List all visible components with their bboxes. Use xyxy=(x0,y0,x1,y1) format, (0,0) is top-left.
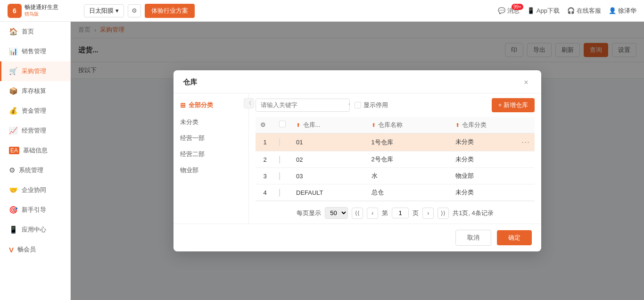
row-code: DEFAULT xyxy=(291,184,367,201)
table-toolbar: 🔍 显示停用 + 新增仓库 xyxy=(256,98,535,112)
show-disabled-checkbox[interactable] xyxy=(355,102,361,108)
sidebar-item-app-center[interactable]: 📱 应用中心 xyxy=(0,220,70,240)
cancel-button[interactable]: 取消 xyxy=(455,230,491,246)
row-checkbox-cell xyxy=(274,133,291,151)
row-code: 01 xyxy=(291,133,367,151)
sort-icon-2: ⬆ xyxy=(372,122,376,128)
guide-icon: 🎯 xyxy=(9,206,18,214)
grid-icon: ⊞ xyxy=(180,101,186,109)
sidebar-item-system[interactable]: ⚙ 系统管理 xyxy=(0,160,70,180)
sidebar-item-basic-info[interactable]: EA 基础信息 xyxy=(0,141,70,160)
last-page-button[interactable]: ⟩⟩ xyxy=(438,208,449,219)
row-code: 03 xyxy=(291,168,367,184)
modal-close-button[interactable]: × xyxy=(520,77,532,88)
enterprise-icon: 🤝 xyxy=(9,186,18,194)
brand-sub: 猎鸟版 xyxy=(25,11,58,17)
table-row[interactable]: 2 02 2号仓库 未分类 xyxy=(256,151,535,168)
table-row[interactable]: 3 03 水 物业部 xyxy=(256,168,535,184)
sidebar-item-membership[interactable]: V 畅会员 xyxy=(0,240,70,259)
category-item-3[interactable]: 物业部 xyxy=(173,162,248,178)
table-row[interactable]: 1 01 1号仓库 未分类 ··· xyxy=(256,133,535,151)
purchase-icon: 🛒 xyxy=(9,67,18,75)
row-checkbox[interactable] xyxy=(279,156,280,164)
table-scroll: ⚙ ⬆ 仓库... xyxy=(256,117,535,201)
user-profile[interactable]: 👤 徐泽华 xyxy=(609,7,636,15)
category-header[interactable]: ⊞ 全部分类 xyxy=(173,98,248,114)
main-layout: 🏠 首页 📊 销售管理 🛒 采购管理 📦 库存核算 💰 资金管理 📈 经营管理 … xyxy=(0,22,644,300)
row-number: 3 xyxy=(256,168,274,184)
modal-footer: 取消 确定 xyxy=(173,224,541,251)
warehouse-modal: 仓库 × ⊞ 全部分类 《 未分类 经营一部 经营二部 xyxy=(173,70,541,252)
row-checkbox[interactable] xyxy=(279,172,280,180)
add-warehouse-button[interactable]: + 新增仓库 xyxy=(492,98,535,112)
settings-icon: ⚙ xyxy=(260,121,266,128)
page-size-select[interactable]: 50 xyxy=(325,207,348,219)
messages-badge: 99+ xyxy=(512,4,523,10)
select-all-checkbox[interactable] xyxy=(279,121,286,127)
row-name: 1号仓库 xyxy=(367,133,451,151)
sort-icon-3: ⬆ xyxy=(455,122,460,128)
th-checkbox xyxy=(274,117,291,133)
sidebar-item-inventory[interactable]: 📦 库存核算 xyxy=(0,81,70,101)
row-name: 水 xyxy=(367,168,451,184)
collapse-button[interactable]: 《 xyxy=(244,98,254,108)
sidebar-item-operations[interactable]: 📈 经营管理 xyxy=(0,121,70,141)
settings-button[interactable]: ⚙ xyxy=(128,4,141,17)
messages-button[interactable]: 💬 消息 99+ xyxy=(498,7,520,15)
row-category: 未分类 xyxy=(451,151,535,168)
app-center-icon: 📱 xyxy=(9,225,18,234)
membership-icon: V xyxy=(9,246,14,254)
sidebar-item-enterprise[interactable]: 🤝 企业协同 xyxy=(0,180,70,200)
more-options-button[interactable]: ··· xyxy=(521,137,530,147)
search-input[interactable] xyxy=(256,99,345,111)
operations-icon: 📈 xyxy=(9,126,18,135)
trial-button[interactable]: 体验行业方案 xyxy=(145,4,195,18)
modal-body: ⊞ 全部分类 《 未分类 经营一部 经营二部 物业部 xyxy=(173,93,541,224)
row-number: 1 xyxy=(256,133,274,151)
chevron-down-icon: ▾ xyxy=(116,7,119,14)
table-area: 🔍 显示停用 + 新增仓库 xyxy=(249,93,541,224)
row-checkbox-cell xyxy=(274,168,291,184)
show-disabled-label[interactable]: 显示停用 xyxy=(355,101,388,109)
gear-icon: ⚙ xyxy=(132,7,137,14)
category-item-2[interactable]: 经营二部 xyxy=(173,146,248,162)
th-category: ⬆ 仓库分类 xyxy=(451,117,535,133)
category-item-0[interactable]: 未分类 xyxy=(173,114,248,130)
modal-overlay: 仓库 × ⊞ 全部分类 《 未分类 经营一部 经营二部 xyxy=(71,22,644,300)
category-item-1[interactable]: 经营一部 xyxy=(173,130,248,146)
content-area: 首页 › 采购管理 进货... 印 导出 刷新 查询 设置 按以下 仓库 × xyxy=(71,22,644,300)
message-icon: 💬 xyxy=(498,7,505,14)
inventory-icon: 📦 xyxy=(9,87,18,95)
app-download-button[interactable]: 📱 App下载 xyxy=(527,7,560,15)
row-checkbox-cell xyxy=(274,151,291,168)
row-checkbox[interactable] xyxy=(279,189,280,197)
modal-title: 仓库 xyxy=(183,78,197,87)
row-name: 2号仓库 xyxy=(367,151,451,168)
prev-page-button[interactable]: ‹ xyxy=(367,208,378,219)
modal-header: 仓库 × xyxy=(173,70,541,93)
first-page-button[interactable]: ⟨⟨ xyxy=(352,208,363,219)
branch-selector[interactable]: 日太阳膜 ▾ xyxy=(84,4,124,17)
sidebar-item-purchase[interactable]: 🛒 采购管理 xyxy=(0,61,70,81)
next-page-button[interactable]: › xyxy=(422,208,434,219)
confirm-button[interactable]: 确定 xyxy=(497,230,532,245)
table-row[interactable]: 4 DEFAULT 总仓 未分类 xyxy=(256,184,535,201)
sidebar-item-finance[interactable]: 💰 资金管理 xyxy=(0,101,70,121)
sidebar-item-guide[interactable]: 🎯 新手引导 xyxy=(0,200,70,220)
sort-icon: ⬆ xyxy=(296,122,300,128)
search-box: 🔍 xyxy=(256,99,350,112)
search-icon: 🔍 xyxy=(348,101,350,109)
top-header: 6 畅捷通好生意 猎鸟版 日太阳膜 ▾ ⚙ 体验行业方案 💬 消息 99+ 📱 … xyxy=(0,0,644,22)
sidebar-item-home[interactable]: 🏠 首页 xyxy=(0,22,70,42)
row-number: 2 xyxy=(256,151,274,168)
page-number-input[interactable] xyxy=(392,208,409,218)
row-number: 4 xyxy=(256,184,274,201)
search-button[interactable]: 🔍 xyxy=(345,99,350,111)
th-settings: ⚙ xyxy=(256,117,274,133)
sidebar-item-sales[interactable]: 📊 销售管理 xyxy=(0,42,70,61)
logo-area: 6 畅捷通好生意 猎鸟版 xyxy=(8,4,78,18)
system-icon: ⚙ xyxy=(9,166,15,175)
online-service-button[interactable]: 🎧 在线客服 xyxy=(567,7,601,15)
row-category: 未分类 xyxy=(451,184,535,201)
row-checkbox[interactable] xyxy=(279,138,280,146)
